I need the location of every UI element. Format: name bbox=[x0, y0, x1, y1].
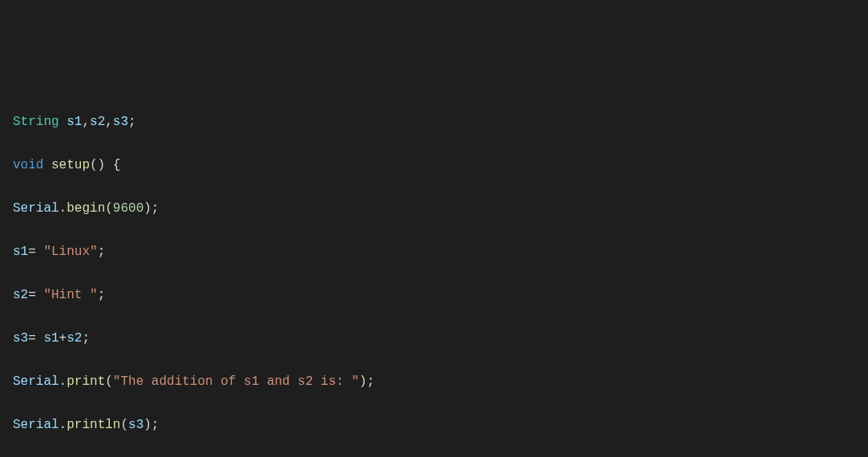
variable: s1 bbox=[59, 115, 83, 129]
punct: ( bbox=[105, 201, 113, 216]
variable: s2 bbox=[13, 288, 28, 302]
string: "Linux" bbox=[43, 245, 97, 259]
keyword: void bbox=[13, 158, 43, 172]
variable: s3 bbox=[128, 418, 143, 432]
punct: ); bbox=[359, 374, 374, 389]
object: Serial bbox=[13, 374, 59, 389]
code-line: Serial.println(s3); bbox=[13, 415, 868, 436]
punct: = bbox=[28, 288, 43, 302]
punct: + bbox=[59, 331, 67, 346]
number: 9600 bbox=[113, 201, 143, 216]
variable: s3 bbox=[13, 331, 28, 346]
variable: s2 bbox=[90, 115, 105, 129]
code-line: s1= "Linux"; bbox=[13, 241, 868, 263]
punct: , bbox=[82, 115, 90, 129]
variable: s2 bbox=[67, 331, 82, 346]
punct: ; bbox=[128, 115, 136, 129]
string: "Hint " bbox=[43, 288, 97, 302]
variable: s3 bbox=[113, 115, 128, 129]
code-line: s3= s1+s2; bbox=[13, 328, 868, 350]
punct: ; bbox=[82, 331, 90, 346]
punct: () { bbox=[90, 158, 120, 172]
type-keyword: String bbox=[13, 115, 59, 129]
punct: ); bbox=[143, 418, 159, 432]
code-line: Serial.print("The addition of s1 and s2 … bbox=[13, 371, 868, 393]
punct: . bbox=[59, 201, 67, 216]
code-line: void setup() { bbox=[13, 155, 868, 176]
function: setup bbox=[43, 158, 90, 172]
object: Serial bbox=[13, 418, 59, 432]
punct: , bbox=[105, 115, 113, 129]
punct: . bbox=[59, 374, 67, 389]
code-editor[interactable]: String s1,s2,s3; void setup() { Serial.b… bbox=[13, 90, 868, 457]
method: println bbox=[67, 418, 120, 432]
method: begin bbox=[67, 201, 105, 216]
variable: s1 bbox=[43, 331, 59, 346]
punct: . bbox=[59, 418, 67, 432]
punct: = bbox=[28, 245, 43, 259]
code-line: Serial.begin(9600); bbox=[13, 198, 868, 220]
punct: ); bbox=[143, 201, 159, 216]
punct: ( bbox=[105, 374, 113, 389]
method: print bbox=[67, 374, 105, 389]
code-line: s2= "Hint "; bbox=[13, 285, 868, 306]
punct: = bbox=[28, 331, 43, 346]
punct: ( bbox=[120, 418, 128, 432]
code-line: String s1,s2,s3; bbox=[13, 111, 868, 133]
variable: s1 bbox=[13, 245, 28, 259]
string: "The addition of s1 and s2 is: " bbox=[113, 374, 359, 389]
punct: ; bbox=[98, 245, 106, 259]
object: Serial bbox=[13, 201, 59, 216]
punct: ; bbox=[98, 288, 106, 302]
